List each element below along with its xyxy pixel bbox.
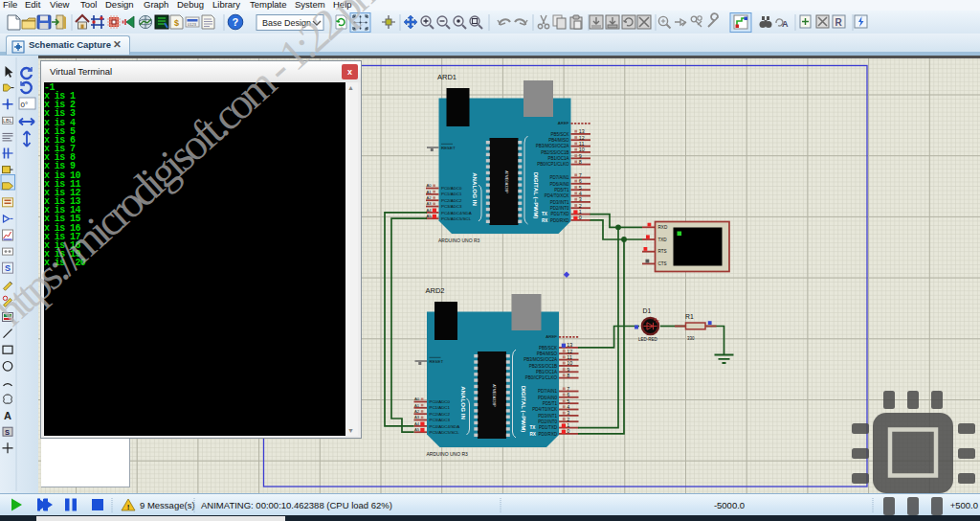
svg-text:ANIMATING: 00:00:10.462388 (CP: ANIMATING: 00:00:10.462388 (CPU load 62%… bbox=[201, 500, 392, 510]
svg-text:ARD1: ARD1 bbox=[437, 73, 457, 81]
svg-text:?: ? bbox=[233, 16, 239, 28]
svg-text:R1: R1 bbox=[685, 313, 694, 320]
svg-text:9 Message(s): 9 Message(s) bbox=[140, 500, 195, 510]
svg-text:CTS: CTS bbox=[658, 261, 667, 266]
svg-text:TXD: TXD bbox=[658, 238, 668, 242]
svg-text:S: S bbox=[5, 263, 11, 273]
svg-text:0123: 0123 bbox=[188, 22, 197, 27]
svg-text:ARD2: ARD2 bbox=[426, 286, 445, 295]
svg-text:$: $ bbox=[174, 18, 179, 28]
svg-text:A: A bbox=[782, 19, 789, 29]
svg-text:LBL: LBL bbox=[3, 118, 12, 124]
svg-text:A: A bbox=[4, 410, 11, 421]
svg-text:!: ! bbox=[127, 503, 130, 511]
svg-text:RXD: RXD bbox=[658, 225, 668, 230]
svg-text:D1: D1 bbox=[643, 307, 652, 314]
svg-text:-5000.0: -5000.0 bbox=[714, 500, 745, 510]
svg-text:Base Design: Base Design bbox=[262, 18, 311, 28]
svg-text:330: 330 bbox=[687, 336, 695, 341]
svg-text:LED-RED: LED-RED bbox=[638, 337, 658, 342]
svg-text:R: R bbox=[835, 17, 843, 28]
svg-text:S: S bbox=[5, 428, 10, 437]
svg-text:0°: 0° bbox=[21, 101, 29, 109]
svg-text:RTS: RTS bbox=[658, 249, 667, 254]
